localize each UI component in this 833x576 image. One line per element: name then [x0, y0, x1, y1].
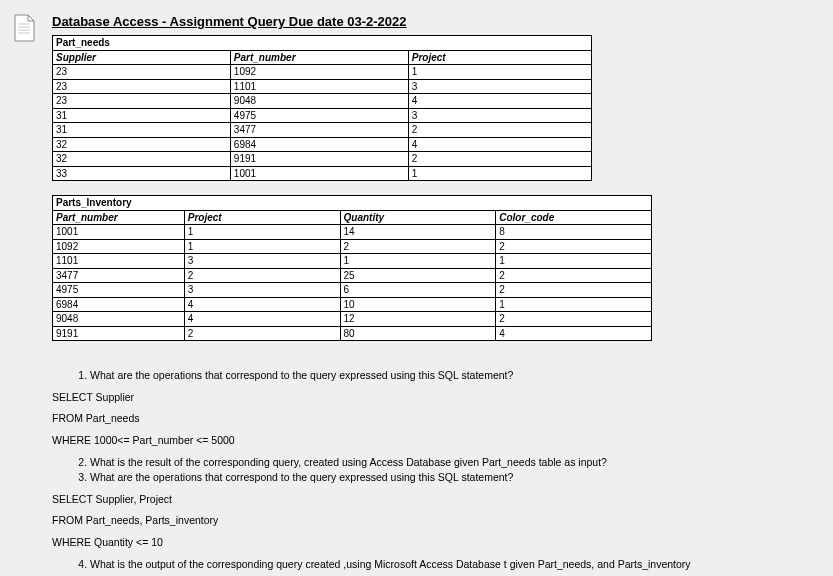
table-row: 2310921	[53, 65, 592, 80]
table-row: 34772252	[53, 268, 652, 283]
table2-header: Part_number	[53, 210, 185, 225]
sql-line: FROM Part_needs	[52, 412, 772, 426]
table-row: 3149753	[53, 108, 592, 123]
sql-line: FROM Part_needs, Parts_inventory	[52, 514, 772, 528]
table-row: 1101311	[53, 254, 652, 269]
question-4: What is the output of the corresponding …	[90, 558, 772, 572]
question-3: What are the operations that correspond …	[90, 471, 772, 485]
table1-name: Part_needs	[53, 36, 592, 51]
document-content: Database Access - Assignment Query Due d…	[52, 14, 772, 573]
table-parts-inventory: Parts_Inventory Part_number Project Quan…	[52, 195, 652, 341]
question-1: What are the operations that correspond …	[90, 369, 772, 383]
sql-line: SELECT Supplier	[52, 391, 772, 405]
table2-header: Color_code	[496, 210, 652, 225]
table-row: 2390484	[53, 94, 592, 109]
table-row: 4975362	[53, 283, 652, 298]
sql-line: SELECT Supplier, Project	[52, 493, 772, 507]
table2-name: Parts_Inventory	[53, 196, 652, 211]
table1-header: Project	[408, 50, 591, 65]
table-row: 1092122	[53, 239, 652, 254]
table-row: 3134772	[53, 123, 592, 138]
sql-line: WHERE Quantity <= 10	[52, 536, 772, 550]
questions-section: What are the operations that correspond …	[52, 369, 772, 571]
table-row: 69844101	[53, 297, 652, 312]
table1-header: Supplier	[53, 50, 231, 65]
table-row: 3269844	[53, 137, 592, 152]
table2-header: Quantity	[340, 210, 496, 225]
table-row: 10011148	[53, 225, 652, 240]
table-row: 3291912	[53, 152, 592, 167]
table1-header: Part_number	[230, 50, 408, 65]
table-part-needs: Part_needs Supplier Part_number Project …	[52, 35, 592, 181]
table-row: 3310011	[53, 166, 592, 181]
page-title: Database Access - Assignment Query Due d…	[52, 14, 772, 29]
table-row: 2311013	[53, 79, 592, 94]
question-2: What is the result of the corresponding …	[90, 456, 772, 470]
sql-line: WHERE 1000<= Part_number <= 5000	[52, 434, 772, 448]
document-icon	[13, 14, 35, 42]
table-row: 90484122	[53, 312, 652, 327]
table2-header: Project	[184, 210, 340, 225]
table-row: 91912804	[53, 326, 652, 341]
